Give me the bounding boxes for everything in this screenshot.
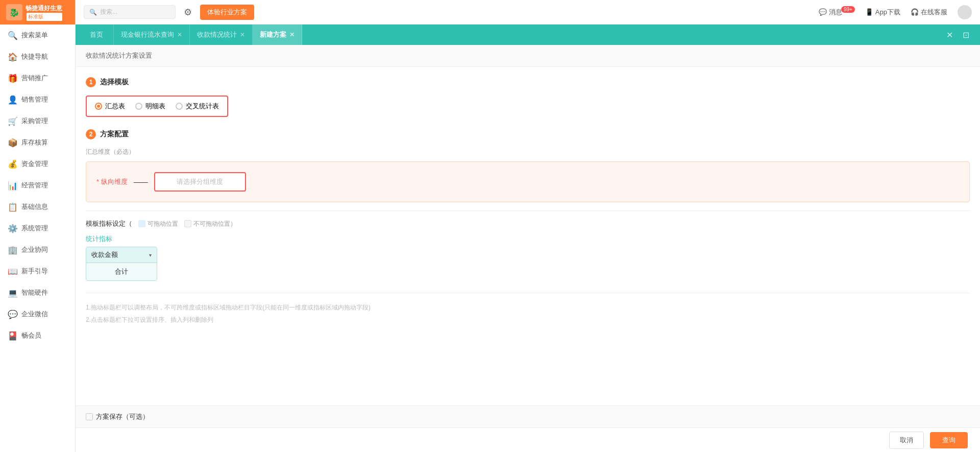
sidebar-item-marketing[interactable]: 🎁 营销推广	[0, 67, 75, 89]
tabbar: 首页 现金银行流水查询 ✕ 收款情况统计 ✕ 新建方案 ✕ ✕ ⊡	[76, 25, 980, 45]
home-icon: 🏠	[8, 52, 17, 61]
sidebar-item-guide[interactable]: 📖 新手引导	[0, 260, 75, 282]
sidebar-item-basic-info[interactable]: 📋 基础信息	[0, 196, 75, 218]
sidebar-item-operation[interactable]: 📊 经营管理	[0, 175, 75, 196]
movable-dot	[138, 220, 145, 227]
metrics-grid: 统计指标 收款金额 ▾ 合计	[86, 234, 157, 281]
book-icon: 📖	[8, 267, 17, 276]
topbar: 🔍 搜索... ⚙ 体验行业方案 💬 消息 99+ 📱 App下载 🎧 在线客服	[76, 0, 980, 25]
step1-title: 选择模板	[100, 78, 129, 87]
sidebar: 🐉 畅捷通好生意 标准版 🔍 搜索菜单 🏠 快捷导航 🎁 营销推广 👤 销售管理…	[0, 0, 76, 452]
close-window-btn[interactable]: ✕	[943, 29, 955, 41]
dimension-area: * 纵向维度 —— 请选择分组维度	[86, 161, 970, 202]
settings-icon[interactable]: ⚙	[184, 7, 192, 18]
query-button[interactable]: 查询	[930, 432, 968, 448]
tip2: 2.点击标题栏下拉可设置排序、插入列和删除列	[86, 314, 970, 326]
sidebar-item-system[interactable]: ⚙️ 系统管理	[0, 218, 75, 239]
vertical-dimension-label: * 纵向维度	[96, 177, 128, 186]
radio-circle-detail	[135, 103, 142, 110]
search-menu-icon: 🔍	[8, 31, 17, 40]
online-service-btn[interactable]: 🎧 在线客服	[911, 8, 947, 17]
avatar[interactable]	[958, 5, 972, 19]
logo-icon: 🐉	[6, 4, 22, 20]
page-title: 收款情况统计方案设置	[86, 52, 152, 59]
metrics-card-header[interactable]: 收款金额 ▾	[86, 247, 157, 263]
save-checkbox-label[interactable]: 方案保存（可选）	[86, 412, 149, 421]
user-icon: 👤	[8, 95, 17, 104]
radio-circle-cross	[176, 103, 183, 110]
sidebar-item-sales[interactable]: 👤 销售管理	[0, 89, 75, 110]
fixed-dot	[184, 220, 191, 227]
metrics-header: 统计指标	[86, 234, 157, 244]
box-icon: 📦	[8, 138, 17, 147]
sidebar-item-finance[interactable]: 💰 资金管理	[0, 153, 75, 175]
gear-icon: ⚙️	[8, 224, 17, 233]
sidebar-item-hardware[interactable]: 💻 智能硬件	[0, 282, 75, 303]
metrics-section: 模板指标设定（ 可拖动位置 不可拖动位置）	[86, 210, 970, 282]
phone-icon: 📱	[865, 8, 873, 16]
radio-summary[interactable]: 汇总表	[95, 102, 125, 111]
search-input[interactable]: 🔍 搜索...	[84, 5, 176, 19]
topbar-right: 💬 消息 99+ 📱 App下载 🎧 在线客服	[819, 5, 972, 19]
sidebar-item-enterprise[interactable]: 🏢 企业协同	[0, 239, 75, 260]
headset-icon: 🎧	[911, 8, 919, 16]
arrow-icon: ——	[134, 178, 148, 186]
sidebar-item-purchase[interactable]: 🛒 采购管理	[0, 110, 75, 132]
step2-num: 2	[86, 129, 96, 139]
tab-receipt-stats[interactable]: 收款情况统计 ✕	[190, 25, 253, 45]
industry-btn[interactable]: 体验行业方案	[200, 5, 254, 20]
bell-icon: 💬	[819, 8, 827, 16]
dimension-row: * 纵向维度 —— 请选择分组维度	[96, 172, 959, 192]
sidebar-item-search-menu[interactable]: 🔍 搜索菜单	[0, 25, 75, 46]
sidebar-item-inventory[interactable]: 📦 库存核算	[0, 132, 75, 153]
step1-label: 1 选择模板	[86, 77, 970, 87]
bottom-bar: 取消 查询	[76, 427, 980, 452]
step2-label: 2 方案配置	[86, 129, 970, 139]
radio-detail[interactable]: 明细表	[135, 102, 165, 111]
step1-num: 1	[86, 77, 96, 87]
clipboard-icon: 📋	[8, 202, 17, 211]
dimension-select[interactable]: 请选择分组维度	[154, 172, 246, 192]
tab-bank-flow[interactable]: 现金银行流水查询 ✕	[114, 25, 190, 45]
metrics-label: 模板指标设定（ 可拖动位置 不可拖动位置）	[86, 219, 970, 228]
notification-btn[interactable]: 💬 消息 99+	[819, 8, 855, 17]
tab-close-new-plan[interactable]: ✕	[289, 31, 295, 38]
radio-circle-summary	[95, 103, 102, 110]
tab-close-bank-flow[interactable]: ✕	[177, 31, 182, 38]
chevron-down-icon: ▾	[149, 252, 152, 258]
radio-cross[interactable]: 交叉统计表	[176, 102, 219, 111]
tab-home[interactable]: 首页	[80, 25, 114, 45]
chat-icon: 💬	[8, 310, 17, 319]
metrics-hint: 可拖动位置 不可拖动位置）	[138, 220, 236, 228]
step2-title: 方案配置	[100, 130, 129, 139]
laptop-icon: 💻	[8, 288, 17, 297]
sidebar-item-wechat[interactable]: 💬 企业微信	[0, 303, 75, 325]
tabbar-actions: ✕ ⊡	[943, 29, 976, 41]
metrics-card-body: 合计	[86, 263, 157, 280]
template-selection: 汇总表 明细表 交叉统计表	[86, 96, 228, 117]
save-checkbox[interactable]	[86, 413, 93, 420]
fixed-hint: 不可拖动位置）	[184, 220, 236, 228]
radio-group-template: 汇总表 明细表 交叉统计表	[95, 102, 219, 111]
sidebar-item-quick-nav[interactable]: 🏠 快捷导航	[0, 46, 75, 67]
tip1: 1.拖动标题栏可以调整布局，不可跨维度或指标区域拖动栏目字段(只能在同一维度或指…	[86, 301, 970, 314]
cancel-button[interactable]: 取消	[889, 432, 924, 449]
tab-close-receipt-stats[interactable]: ✕	[240, 31, 245, 38]
sidebar-logo: 🐉 畅捷通好生意 标准版	[0, 0, 75, 25]
cart-icon: 🛒	[8, 116, 17, 126]
step2-section: 2 方案配置 汇总维度（必选） * 纵向维度 —— 请选择分组维度	[86, 129, 970, 326]
page-header: 收款情况统计方案设置	[76, 45, 980, 67]
main-area: 🔍 搜索... ⚙ 体验行业方案 💬 消息 99+ 📱 App下载 🎧 在线客服	[76, 0, 980, 452]
dimension-label: 汇总维度（必选）	[86, 148, 970, 156]
logo-text: 畅捷通好生意 标准版	[26, 4, 62, 21]
gift-icon: 🎁	[8, 74, 17, 83]
content-area: 收款情况统计方案设置 1 选择模板 汇总表 明细表	[76, 45, 980, 427]
sidebar-nav: 🔍 搜索菜单 🏠 快捷导航 🎁 营销推广 👤 销售管理 🛒 采购管理 📦 库存核…	[0, 25, 75, 452]
tab-new-plan[interactable]: 新建方案 ✕	[253, 25, 302, 45]
card-icon: 🎴	[8, 331, 17, 340]
sidebar-item-member[interactable]: 🎴 畅会员	[0, 325, 75, 346]
building-icon: 🏢	[8, 245, 17, 254]
search-icon: 🔍	[89, 9, 97, 16]
app-download-btn[interactable]: 📱 App下载	[865, 8, 900, 17]
maximize-btn[interactable]: ⊡	[960, 29, 972, 41]
